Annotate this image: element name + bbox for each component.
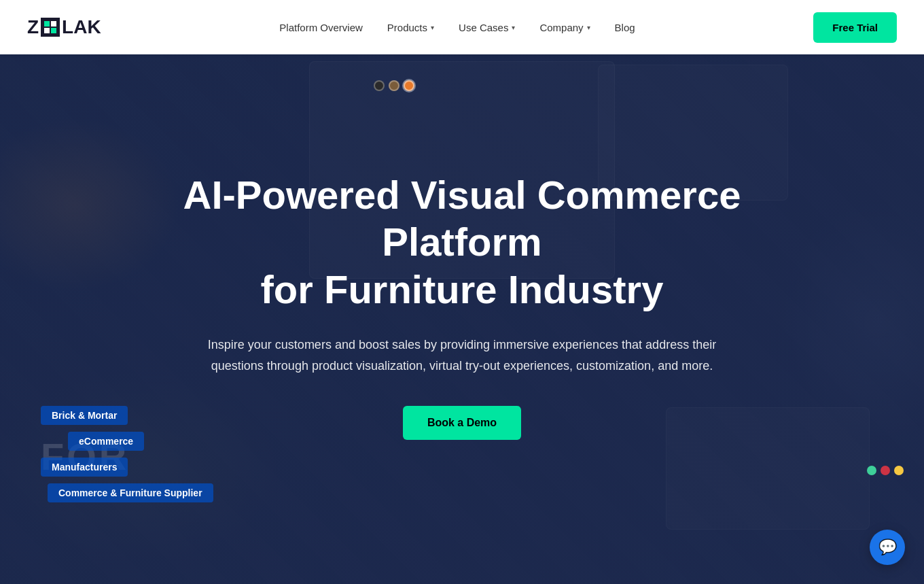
- tag-row-1: Brick & Mortar: [41, 406, 128, 425]
- hero-title: AI-Powered Visual Commerce Platform for …: [156, 171, 768, 313]
- color-dot-dark: [374, 80, 385, 91]
- tag-row-3: Manufacturers: [41, 458, 128, 477]
- hero-title-line2: for Furniture Industry: [261, 267, 664, 311]
- nav-use-cases[interactable]: Use Cases ▾: [459, 22, 515, 33]
- logo-icon-box: [41, 18, 60, 37]
- chat-icon: 💬: [878, 538, 897, 556]
- book-demo-button[interactable]: Book a Demo: [403, 406, 521, 440]
- chat-widget[interactable]: 💬: [870, 530, 905, 565]
- hero-title-line1: AI-Powered Visual Commerce Platform: [183, 173, 741, 264]
- dot-green: [867, 466, 876, 475]
- nav-links: Platform Overview Products ▾ Use Cases ▾…: [279, 22, 635, 33]
- tag-manufacturers: Manufacturers: [41, 458, 128, 477]
- bg-decorative-dots: [867, 466, 904, 475]
- products-chevron-icon: ▾: [431, 24, 434, 31]
- color-swatches: [374, 80, 414, 91]
- nav-blog[interactable]: Blog: [615, 22, 635, 33]
- hero-section: FOR Brick & Mortar eCommerce Manufacture…: [0, 0, 924, 584]
- tag-commerce-supplier: Commerce & Furniture Supplier: [48, 483, 213, 502]
- nav-products[interactable]: Products ▾: [387, 22, 434, 33]
- navbar: Z LAK Platform Overview Products ▾ Use C…: [0, 0, 924, 54]
- tag-ecommerce: eCommerce: [68, 432, 144, 451]
- dot-yellow: [894, 466, 904, 475]
- logo[interactable]: Z LAK: [27, 16, 101, 38]
- dot-red: [881, 466, 890, 475]
- logo-z: Z: [27, 16, 39, 38]
- hero-content: AI-Powered Visual Commerce Platform for …: [156, 171, 768, 441]
- nav-platform-overview[interactable]: Platform Overview: [279, 22, 363, 33]
- free-trial-button[interactable]: Free Trial: [813, 12, 897, 43]
- tag-brick-mortar: Brick & Mortar: [41, 406, 128, 425]
- logo-lak: LAK: [62, 16, 101, 38]
- nav-company[interactable]: Company ▾: [539, 22, 590, 33]
- tag-row-4: Commerce & Furniture Supplier: [41, 483, 213, 502]
- color-dot-orange: [404, 80, 414, 91]
- company-chevron-icon: ▾: [587, 24, 590, 31]
- hero-subtitle: Inspire your customers and boost sales b…: [197, 334, 727, 376]
- tag-row-2: eCommerce: [41, 432, 144, 451]
- color-dot-brown: [389, 80, 399, 91]
- use-cases-chevron-icon: ▾: [512, 24, 515, 31]
